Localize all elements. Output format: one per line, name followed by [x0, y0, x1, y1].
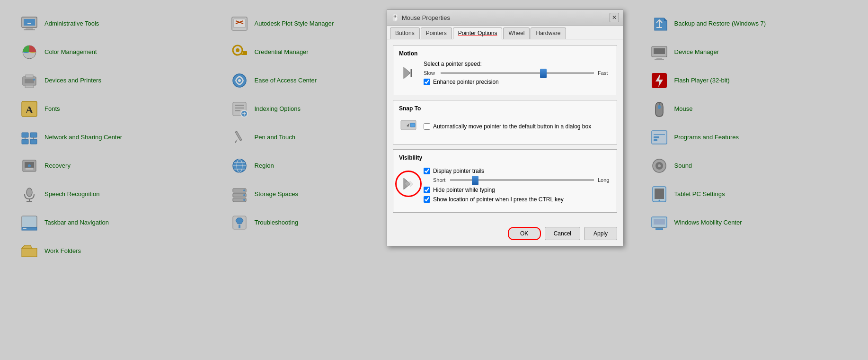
- snap-to-content: Automatically move pointer to the defaul…: [424, 120, 611, 130]
- snap-to-title: Snap To: [399, 105, 611, 112]
- snap-to-row: Automatically move pointer to the defaul…: [399, 116, 611, 135]
- dialog-titlebar: 🖱️ Mouse Properties ✕: [387, 10, 623, 26]
- ok-button[interactable]: OK: [508, 227, 541, 240]
- trails-checkbox[interactable]: [424, 168, 430, 174]
- modal-overlay: 🖱️ Mouse Properties ✕ Buttons Pointers P…: [0, 0, 868, 360]
- tab-wheel[interactable]: Wheel: [503, 27, 530, 39]
- motion-section: Motion Select a pointer speed: Slow: [393, 45, 617, 95]
- dialog-close-button[interactable]: ✕: [610, 13, 619, 22]
- precision-row: Enhance pointer precision: [424, 79, 611, 85]
- dialog-title-text: Mouse Properties: [402, 14, 607, 21]
- speed-label: Select a pointer speed:: [424, 61, 611, 67]
- visibility-icon-wrapper: [399, 174, 418, 193]
- auto-snap-row: Automatically move pointer to the defaul…: [424, 123, 611, 130]
- motion-section-title: Motion: [399, 50, 611, 57]
- speed-thumb[interactable]: [540, 69, 547, 78]
- show-ctrl-checkbox[interactable]: [424, 196, 430, 203]
- precision-checkbox[interactable]: [424, 79, 430, 85]
- visibility-content: Display pointer trails Short Long Hide p…: [424, 165, 611, 203]
- hide-typing-row: Hide pointer while typing: [424, 187, 611, 193]
- precision-label: Enhance pointer precision: [433, 79, 499, 85]
- svg-marker-85: [404, 67, 410, 79]
- hide-typing-label: Hide pointer while typing: [433, 187, 495, 193]
- trails-row: Display pointer trails: [424, 168, 611, 174]
- dialog-tabs: Buttons Pointers Pointer Options Wheel H…: [387, 26, 623, 39]
- motion-content: Select a pointer speed: Slow Fast Enhanc…: [424, 61, 611, 85]
- auto-snap-checkbox[interactable]: [424, 123, 430, 130]
- mouse-properties-dialog: 🖱️ Mouse Properties ✕ Buttons Pointers P…: [387, 9, 623, 246]
- show-ctrl-row: Show location of pointer when I press th…: [424, 196, 611, 203]
- speed-slider-row: Slow Fast: [424, 70, 611, 76]
- tab-hardware[interactable]: Hardware: [531, 27, 566, 39]
- visibility-title: Visibility: [399, 154, 611, 161]
- cancel-button[interactable]: Cancel: [545, 227, 580, 240]
- long-label: Long: [598, 177, 611, 183]
- auto-snap-label: Automatically move pointer to the defaul…: [433, 123, 591, 130]
- speed-slider[interactable]: [441, 72, 594, 74]
- visibility-section: Visibility Display pointer trail: [393, 149, 617, 213]
- slow-label: Slow: [424, 70, 437, 76]
- dialog-buttons: OK Cancel Apply: [387, 223, 623, 246]
- visibility-row: Display pointer trails Short Long Hide p…: [399, 165, 611, 203]
- snap-to-icon: [399, 116, 418, 135]
- trails-label: Display pointer trails: [433, 168, 484, 174]
- svg-rect-88: [410, 123, 415, 127]
- tab-pointer-options[interactable]: Pointer Options: [453, 27, 503, 39]
- show-ctrl-label: Show location of pointer when I press th…: [433, 196, 564, 203]
- tab-buttons[interactable]: Buttons: [390, 27, 420, 39]
- trail-slider[interactable]: [450, 179, 594, 181]
- short-label: Short: [433, 177, 446, 183]
- fast-label: Fast: [598, 70, 611, 76]
- snap-to-section: Snap To Automatically move pointer to th…: [393, 100, 617, 144]
- apply-button[interactable]: Apply: [584, 227, 617, 240]
- motion-row: Select a pointer speed: Slow Fast Enhanc…: [399, 61, 611, 85]
- trail-slider-row: Short Long: [424, 177, 611, 183]
- dialog-title-icon: 🖱️: [391, 14, 399, 21]
- trail-thumb[interactable]: [472, 176, 478, 185]
- dialog-content: Motion Select a pointer speed: Slow: [387, 39, 623, 223]
- tab-pointers[interactable]: Pointers: [421, 27, 452, 39]
- motion-icon: [399, 63, 418, 82]
- hide-typing-checkbox[interactable]: [424, 187, 430, 193]
